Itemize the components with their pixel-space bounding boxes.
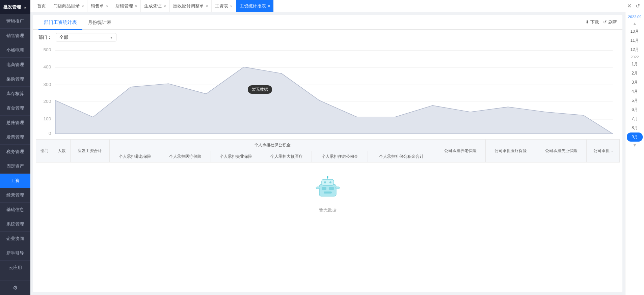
tab-refresh-icon[interactable]: ↺ bbox=[634, 3, 641, 9]
tab-close-icon[interactable]: × bbox=[135, 4, 137, 8]
cal-month-2[interactable]: 2月 bbox=[625, 69, 644, 78]
svg-point-19 bbox=[329, 181, 331, 183]
table-area[interactable]: 部门 人数 应发工资合计 个人承担社保公积金 公司承担养老保险 公司承担医疗保险… bbox=[36, 139, 620, 292]
cal-month-9[interactable]: 9月 bbox=[627, 132, 643, 142]
chart-svg: 500 400 300 200 100 0 bbox=[38, 45, 617, 139]
tab-close-icon[interactable]: × bbox=[106, 4, 108, 8]
sidebar-item-采购管理[interactable]: 采购管理 bbox=[0, 72, 30, 87]
chart-container: 500 400 300 200 100 0 bbox=[38, 45, 617, 139]
side-calendar: 2022.09 ▲ 10月 11月 12月 2022 1月 2月 3月 4月 5… bbox=[625, 12, 644, 295]
sub-tab-dept[interactable]: 部门工资统计表 bbox=[38, 15, 82, 30]
cal-month-8[interactable]: 8月 bbox=[625, 123, 644, 132]
sidebar-item-库存核算[interactable]: 库存核算 bbox=[0, 87, 30, 101]
tab-工资表[interactable]: 工资表× bbox=[212, 0, 236, 12]
svg-rect-22 bbox=[316, 187, 320, 189]
th-company-medical: 公司承担医疗保险 bbox=[486, 140, 536, 163]
cal-month-12[interactable]: 12月 bbox=[625, 45, 644, 54]
sidebar-item-总账管理[interactable]: 总账管理 bbox=[0, 116, 30, 130]
cal-month-1[interactable]: 1月 bbox=[625, 60, 644, 69]
th-personal-major-medical: 个人承担大额医疗 bbox=[261, 151, 312, 163]
svg-rect-15 bbox=[329, 187, 334, 190]
svg-text:500: 500 bbox=[43, 48, 51, 52]
cal-year-header[interactable]: 2022.09 bbox=[628, 13, 642, 20]
sidebar-item-发票管理[interactable]: 发票管理 bbox=[0, 130, 30, 145]
sub-tab-month[interactable]: 月份统计表 bbox=[82, 15, 117, 30]
tab-close-icon[interactable]: × bbox=[268, 4, 270, 8]
empty-state: 暂无数据 bbox=[36, 163, 620, 227]
cal-month-3[interactable]: 3月 bbox=[625, 78, 644, 87]
download-button[interactable]: ⬇ 下载 bbox=[585, 19, 599, 25]
th-people: 人数 bbox=[53, 140, 70, 163]
cal-month-7[interactable]: 7月 bbox=[625, 114, 644, 123]
sidebar-title: 批发管理 bbox=[3, 4, 21, 10]
settings-icon[interactable]: ⚙ bbox=[13, 285, 18, 291]
svg-rect-14 bbox=[322, 187, 326, 190]
empty-robot-icon bbox=[314, 176, 341, 203]
cal-arrow-down[interactable]: ▼ bbox=[633, 142, 637, 148]
refresh-button[interactable]: ↺ 刷新 bbox=[603, 19, 617, 25]
th-company-unemployment: 公司承担失业保险 bbox=[536, 140, 587, 163]
sidebar-item-资金管理[interactable]: 资金管理 bbox=[0, 101, 30, 116]
th-total-wage: 应发工资合计 bbox=[70, 140, 110, 163]
cal-month-5[interactable]: 5月 bbox=[625, 96, 644, 105]
dept-filter-wrapper: 全部 bbox=[56, 33, 116, 41]
sidebar-collapse-icon[interactable]: ▲ bbox=[23, 5, 27, 9]
svg-text:100: 100 bbox=[43, 117, 51, 121]
tab-销售单[interactable]: 销售单× bbox=[87, 0, 112, 12]
dept-filter-select[interactable]: 全部 bbox=[56, 33, 116, 41]
sidebar-item-小畅电商[interactable]: 小畅电商 bbox=[0, 43, 30, 58]
svg-point-18 bbox=[324, 181, 326, 183]
th-group-personal: 个人承担社保公积金 bbox=[110, 140, 435, 151]
svg-rect-13 bbox=[319, 184, 336, 196]
download-icon: ⬇ bbox=[585, 20, 589, 25]
sidebar-item-系统管理[interactable]: 系统管理 bbox=[0, 217, 30, 232]
cal-month-11[interactable]: 11月 bbox=[625, 36, 644, 45]
refresh-icon: ↺ bbox=[603, 20, 607, 25]
sidebar-item-云应用[interactable]: 云应用 bbox=[0, 261, 30, 275]
svg-text:400: 400 bbox=[43, 65, 51, 69]
tab-bar: 首页 门店商品目录×销售单×店铺管理×生成凭证×应收应付调整单×工资表×工资统计… bbox=[30, 0, 644, 12]
svg-rect-17 bbox=[322, 179, 334, 185]
sidebar-item-销售管理[interactable]: 销售管理 bbox=[0, 29, 30, 43]
dept-filter-label: 部门： bbox=[38, 34, 52, 40]
cal-month-4[interactable]: 4月 bbox=[625, 87, 644, 96]
svg-text:200: 200 bbox=[43, 99, 51, 104]
main-area: 首页 门店商品目录×销售单×店铺管理×生成凭证×应收应付调整单×工资表×工资统计… bbox=[30, 0, 644, 295]
sidebar-item-新手引导[interactable]: 新手引导 bbox=[0, 246, 30, 261]
tab-close-icon[interactable]: × bbox=[164, 4, 166, 8]
sidebar-item-固定资产[interactable]: 固定资产 bbox=[0, 159, 30, 174]
tab-工资统计报表[interactable]: 工资统计报表× bbox=[236, 0, 274, 12]
tab-店铺管理[interactable]: 店铺管理× bbox=[112, 0, 141, 12]
th-company-more: 公司承担... bbox=[587, 140, 620, 163]
th-personal-housing: 个人承担住房公积金 bbox=[312, 151, 368, 163]
sidebar-item-税务管理[interactable]: 税务管理 bbox=[0, 145, 30, 159]
sidebar-header[interactable]: 批发管理 ▲ bbox=[0, 0, 30, 14]
sidebar-item-基础信息[interactable]: 基础信息 bbox=[0, 203, 30, 217]
cal-month-10[interactable]: 10月 bbox=[625, 27, 644, 36]
sub-tabs-actions: ⬇ 下载 ↺ 刷新 bbox=[585, 19, 617, 25]
sidebar-item-经营管理[interactable]: 经营管理 bbox=[0, 188, 30, 203]
sidebar-footer: ⚙ bbox=[0, 280, 30, 295]
cal-arrow-up[interactable]: ▲ bbox=[633, 20, 637, 27]
th-personal-medical: 个人承担医疗保险 bbox=[160, 151, 211, 163]
tab-home[interactable]: 首页 bbox=[33, 3, 50, 9]
th-personal-total: 个人承担社保公积金合计 bbox=[368, 151, 435, 163]
tab-close-icon[interactable]: × bbox=[82, 4, 84, 8]
tab-close-icon[interactable]: × bbox=[230, 4, 232, 8]
tabs-container: 门店商品目录×销售单×店铺管理×生成凭证×应收应付调整单×工资表×工资统计报表× bbox=[50, 0, 274, 12]
cal-month-6[interactable]: 6月 bbox=[625, 105, 644, 114]
tab-门店商品目录[interactable]: 门店商品目录× bbox=[50, 0, 87, 12]
th-personal-pension: 个人承担养老保险 bbox=[110, 151, 160, 163]
chart-wrapper: 500 400 300 200 100 0 bbox=[33, 45, 622, 139]
tab-应收应付调整单[interactable]: 应收应付调整单× bbox=[170, 0, 212, 12]
tab-生成凭证[interactable]: 生成凭证× bbox=[141, 0, 169, 12]
sidebar-item-营销推广[interactable]: 营销推广 bbox=[0, 14, 30, 29]
tab-close-icon[interactable]: × bbox=[206, 4, 208, 8]
svg-point-21 bbox=[327, 176, 328, 178]
sidebar-item-企业协同[interactable]: 企业协同 bbox=[0, 232, 30, 246]
sidebar-item-电商管理[interactable]: 电商管理 bbox=[0, 58, 30, 72]
tab-close-all-icon[interactable]: ✕ bbox=[626, 3, 633, 9]
th-personal-unemployment: 个人承担失业保险 bbox=[211, 151, 261, 163]
th-dept: 部门 bbox=[36, 140, 53, 163]
sidebar-item-工资[interactable]: 工资 bbox=[0, 174, 30, 188]
